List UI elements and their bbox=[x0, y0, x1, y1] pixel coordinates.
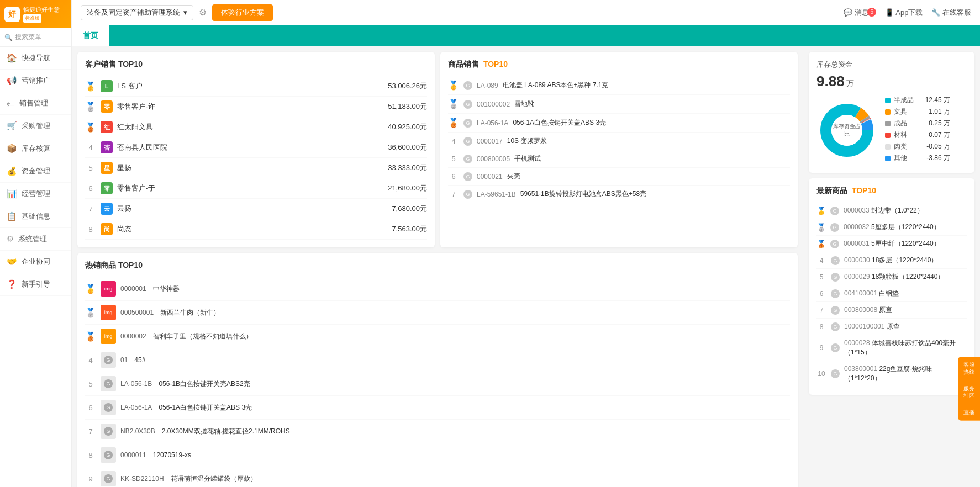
customer-name: 零售客户-于 bbox=[117, 183, 383, 193]
sidebar-label: 采购管理 bbox=[22, 121, 50, 131]
product-icon: G bbox=[831, 256, 840, 265]
customer-name: 云扬 bbox=[117, 204, 387, 214]
topbar-right: 💬 消息 6 📱 App下载 🔧 在线客服 bbox=[844, 8, 971, 18]
newest-product-info: 000800008 原查 bbox=[844, 305, 967, 315]
sidebar-item-purchase[interactable]: 🛒 采购管理 bbox=[0, 115, 71, 137]
app-download-btn[interactable]: 📱 App下载 bbox=[885, 8, 923, 18]
hot-product-name: 2.0X30MM双搓花轴.搓花直径2.1MM/ROHS bbox=[162, 427, 290, 436]
donut-chart: 库存资金占比 bbox=[816, 100, 877, 161]
customer-avatar: 零 bbox=[101, 182, 113, 194]
hot-product-code: 0000001 bbox=[120, 285, 146, 293]
newest-product-item: 8 G 10000100001 原查 bbox=[816, 319, 967, 335]
customer-avatar: 红 bbox=[101, 121, 113, 133]
finance-icon: 💰 bbox=[7, 166, 17, 176]
legend-dot bbox=[885, 144, 891, 150]
sidebar-label: 经营管理 bbox=[22, 189, 50, 199]
newest-product-info: 003800001 22g鱼豆腐-烧烤味（1*12*20） bbox=[844, 364, 967, 383]
sidebar-item-sales[interactable]: 🏷 销售管理 bbox=[0, 92, 71, 115]
legend-item: 文具 1.01 万 bbox=[885, 107, 950, 117]
product-name: 夹壳 bbox=[507, 172, 520, 181]
hot-product-name: 45# bbox=[134, 356, 145, 364]
hot-product-code: LA-056-1B bbox=[120, 380, 152, 388]
sidebar-item-cooperation[interactable]: 🤝 企业协同 bbox=[0, 251, 71, 273]
hot-product-item: 5 G LA-056-1B 056-1B白色按键开关壳ABS2壳 bbox=[85, 372, 790, 396]
product-icon: G bbox=[830, 240, 839, 248]
sidebar-item-basic[interactable]: 📋 基础信息 bbox=[0, 205, 71, 228]
sidebar-label: 资金管理 bbox=[22, 166, 50, 176]
sales-icon: 🏷 bbox=[7, 99, 15, 108]
product-icon: G bbox=[831, 289, 840, 298]
legend-value: -3.86 万 bbox=[917, 153, 950, 163]
product-code: LA-089 bbox=[477, 82, 498, 89]
float-btn-0[interactable]: 客服 热线 bbox=[958, 357, 980, 380]
customer-value: 7,563.00元 bbox=[392, 224, 427, 234]
sidebar-item-system[interactable]: ⚙ 系统管理 bbox=[0, 228, 71, 251]
product-sales-item: 4 G 0000017 10S 变频罗浆 bbox=[448, 133, 790, 150]
product-icon: G bbox=[830, 223, 839, 232]
product-name: 手机测试 bbox=[514, 154, 541, 163]
sidebar-item-operation[interactable]: 📊 经营管理 bbox=[0, 183, 71, 205]
hot-product-item: 6 G LA-056-1A 056-1A白色按键开关盖ABS 3壳 bbox=[85, 396, 790, 420]
product-code: 000800005 bbox=[477, 155, 510, 163]
legend-name: 半成品 bbox=[894, 96, 914, 105]
sidebar-item-marketing[interactable]: 📢 营销推广 bbox=[0, 70, 71, 92]
rank-num: 7 bbox=[85, 205, 96, 213]
product-code: 001000002 bbox=[477, 100, 510, 108]
topbar: 装备及固定资产辅助管理系统 ▾ ⚙ 体验行业方案 💬 消息 6 📱 App下载 … bbox=[72, 0, 980, 25]
newest-product-info: 10000100001 原查 bbox=[844, 322, 967, 331]
sidebar-search-label: 搜索菜单 bbox=[15, 33, 41, 42]
hot-product-name: 056-1B白色按键开关壳ABS2壳 bbox=[159, 379, 250, 389]
inventory-total: 9.88 万 bbox=[816, 73, 967, 90]
sidebar-label: 销售管理 bbox=[19, 98, 48, 108]
customer-rank-item: 🥇 L LS 客户 53,006.26元 bbox=[85, 76, 427, 97]
rank-num: 4 bbox=[85, 144, 96, 152]
product-name: 59651-1B旋转投影灯电池盒ABS黑色+58壳 bbox=[520, 189, 646, 199]
hot-product-code: 000500001 bbox=[120, 309, 154, 316]
float-btn-1[interactable]: 服务 社区 bbox=[958, 380, 980, 404]
newest-product-item: 6 G 004100001 白钢垫 bbox=[816, 285, 967, 302]
newest-products-title: 最新商品 TOP10 bbox=[816, 186, 967, 196]
sidebar-search[interactable]: 🔍 搜索菜单 bbox=[0, 28, 71, 47]
product-icon: G bbox=[463, 100, 472, 109]
operation-icon: 📊 bbox=[7, 189, 17, 199]
legend-value: 1.01 万 bbox=[917, 107, 950, 117]
newest-product-info: 004100001 白钢垫 bbox=[844, 289, 967, 298]
hot-product-item: 🥈 img 000500001 新西兰牛肉（新牛） bbox=[85, 301, 790, 325]
message-badge: 6 bbox=[867, 8, 876, 17]
newest-product-item: 🥈 G 0000032 5厘多层（1220*2440） bbox=[816, 219, 967, 236]
settings-icon[interactable]: ⚙ bbox=[199, 7, 207, 18]
sidebar-item-guide[interactable]: ❓ 新手引导 bbox=[0, 273, 71, 296]
product-icon: G bbox=[830, 207, 839, 215]
customer-avatar: 尚 bbox=[101, 223, 113, 235]
product-sales-title: 商品销售 TOP10 bbox=[448, 60, 790, 70]
customer-value: 51,183.00元 bbox=[388, 102, 427, 112]
product-name: 雪地靴 bbox=[514, 99, 534, 109]
hot-product-code: 01 bbox=[120, 356, 128, 364]
customer-sales-list: 🥇 L LS 客户 53,006.26元 🥈 零 零售客户-许 51,183.0… bbox=[85, 76, 427, 240]
newest-product-item: 4 G 0000030 18多层（1220*2440） bbox=[816, 252, 967, 269]
newest-product-info: 0000030 18多层（1220*2440） bbox=[844, 256, 967, 265]
hot-product-item: 🥇 img 0000001 中华神器 bbox=[85, 277, 790, 301]
float-btn-2[interactable]: 直播 bbox=[958, 404, 980, 421]
message-btn[interactable]: 💬 消息 6 bbox=[844, 8, 876, 18]
online-service-btn[interactable]: 🔧 在线客服 bbox=[931, 8, 971, 18]
sidebar-item-quick-nav[interactable]: 🏠 快捷导航 bbox=[0, 47, 71, 70]
customer-rank-item: 8 尚 尚态 7,563.00元 bbox=[85, 219, 427, 240]
hot-product-code: 0000011 bbox=[120, 451, 146, 459]
sidebar-item-finance[interactable]: 💰 资金管理 bbox=[0, 160, 71, 183]
newest-product-item: 7 G 000800008 原查 bbox=[816, 302, 967, 319]
sidebar-item-inventory[interactable]: 📦 库存核算 bbox=[0, 137, 71, 160]
tab-home[interactable]: 首页 bbox=[72, 25, 109, 46]
product-sales-item: 5 G 000800005 手机测试 bbox=[448, 150, 790, 168]
experience-btn[interactable]: 体验行业方案 bbox=[212, 4, 273, 21]
inventory-card: 库存总资金 9.88 万 bbox=[809, 52, 974, 173]
logo-badge: 标准版 bbox=[23, 14, 41, 23]
product-sales-item: 🥉 G LA-056-1A 056-1A白色按键开关盖ABS 3壳 bbox=[448, 114, 790, 133]
customer-name: 红太阳文具 bbox=[117, 122, 383, 132]
legend-value: -0.05 万 bbox=[917, 142, 950, 151]
customer-value: 40,925.00元 bbox=[388, 122, 427, 132]
legend-value: 12.45 万 bbox=[917, 96, 950, 105]
system-selector[interactable]: 装备及固定资产辅助管理系统 ▾ bbox=[81, 5, 193, 20]
product-code: LA-056-1A bbox=[477, 119, 508, 127]
legend-item: 成品 0.25 万 bbox=[885, 119, 950, 128]
